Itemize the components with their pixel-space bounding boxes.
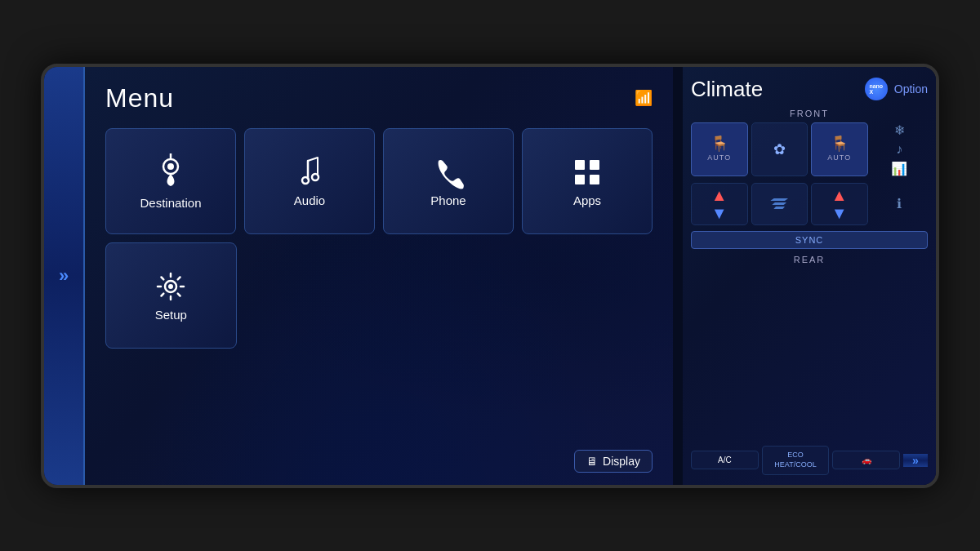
svg-point-10 bbox=[168, 284, 173, 289]
phone-tile[interactable]: Phone bbox=[383, 128, 514, 234]
temp-up-right-btn[interactable]: ▲ bbox=[831, 187, 848, 203]
fan-btn[interactable]: ✿ bbox=[751, 122, 808, 176]
svg-point-1 bbox=[167, 163, 174, 170]
temp-down-left-btn[interactable]: ▼ bbox=[711, 205, 728, 221]
climate-bottom-row: A/C ECO HEAT/COOL 🚗 » bbox=[691, 446, 928, 474]
ac-button[interactable]: A/C bbox=[691, 451, 759, 469]
climate-panel: Climate nanoX Option FRONT 🪑 AUTO ✿ � bbox=[683, 67, 936, 485]
phone-label: Phone bbox=[430, 193, 466, 207]
rear-label: REAR bbox=[691, 255, 928, 264]
menu-header: Menu 📶 bbox=[105, 83, 653, 113]
climate-top-row: 🪑 AUTO ✿ 🪑 AUTO ❄ ♪ 📊 bbox=[691, 122, 928, 176]
svg-line-16 bbox=[178, 294, 180, 296]
svg-rect-6 bbox=[590, 160, 599, 170]
phone-icon bbox=[430, 154, 466, 193]
temp-up-left-btn[interactable]: ▲ bbox=[711, 187, 728, 203]
sync-button[interactable]: SYNC bbox=[691, 231, 928, 249]
svg-rect-7 bbox=[575, 175, 585, 184]
wifi-icon: 📶 bbox=[635, 89, 653, 107]
apps-tile[interactable]: Apps bbox=[522, 128, 653, 234]
svg-line-17 bbox=[178, 278, 180, 280]
car-vent-button[interactable]: 🚗 bbox=[832, 451, 900, 469]
audio-tile[interactable]: Audio bbox=[244, 128, 375, 234]
climate-mid-row: ▲ ▼ ▲ ▼ ℹ bbox=[691, 183, 928, 225]
side-icons: ❄ ♪ 📊 bbox=[871, 122, 929, 176]
svg-rect-5 bbox=[575, 160, 585, 170]
svg-point-4 bbox=[312, 174, 318, 180]
svg-line-15 bbox=[162, 278, 164, 280]
climate-title: Climate bbox=[691, 77, 763, 102]
left-chevron-icon: » bbox=[59, 265, 69, 287]
seat-heat-left-btn[interactable]: 🪑 AUTO bbox=[691, 122, 748, 176]
heat-cool-label: HEAT/COOL bbox=[774, 460, 816, 469]
audio-icon bbox=[292, 154, 327, 193]
fan-speed-btn[interactable] bbox=[751, 183, 808, 225]
side-icons-2: ℹ bbox=[871, 183, 929, 225]
seat-auto-left-label: AUTO bbox=[707, 153, 731, 162]
destination-tile[interactable]: Destination bbox=[105, 128, 236, 234]
panel-divider bbox=[673, 67, 683, 485]
eco-label: ECO bbox=[787, 451, 804, 459]
svg-point-3 bbox=[302, 177, 309, 184]
seat-heat-left-icon: 🪑 bbox=[710, 136, 728, 151]
eco-heat-cool-button[interactable]: ECO HEAT/COOL bbox=[762, 446, 830, 474]
apps-label: Apps bbox=[573, 193, 601, 207]
climate-right-tab[interactable]: » bbox=[903, 454, 928, 467]
menu-panel: Menu 📶 Desti bbox=[85, 67, 673, 485]
seat-heat-right-btn[interactable]: 🪑 AUTO bbox=[811, 122, 868, 176]
header-icons: 📶 bbox=[635, 89, 653, 107]
temp-down-right-btn[interactable]: ▼ bbox=[831, 205, 848, 221]
seat-heat-right-icon: 🪑 bbox=[831, 136, 849, 151]
setup-icon bbox=[153, 269, 189, 308]
menu-grid-top: Destination Audio bbox=[105, 128, 653, 234]
info-icon[interactable]: ℹ bbox=[897, 196, 902, 211]
climate-header: Climate nanoX Option bbox=[691, 77, 928, 102]
seat-auto-right-label: AUTO bbox=[827, 153, 851, 162]
extra-icon-1[interactable]: ❄ bbox=[894, 122, 905, 138]
extra-icon-2[interactable]: ♪ bbox=[896, 142, 902, 157]
svg-rect-8 bbox=[590, 175, 599, 184]
svg-line-18 bbox=[162, 294, 164, 296]
temp-right-control: ▲ ▼ bbox=[811, 183, 868, 225]
temp-left-control: ▲ ▼ bbox=[691, 183, 748, 225]
menu-title: Menu bbox=[105, 83, 174, 113]
left-nav-tab[interactable]: » bbox=[44, 67, 85, 485]
nano-x-badge: nanoX bbox=[865, 78, 888, 100]
car-vent-icon: 🚗 bbox=[862, 455, 871, 464]
audio-label: Audio bbox=[294, 193, 325, 207]
fan-icon: ✿ bbox=[773, 142, 786, 157]
destination-icon bbox=[153, 152, 189, 188]
bottom-row: Setup bbox=[105, 242, 653, 349]
setup-label: Setup bbox=[155, 308, 187, 322]
option-button[interactable]: Option bbox=[894, 82, 928, 96]
climate-header-right: nanoX Option bbox=[865, 78, 928, 100]
front-label: FRONT bbox=[691, 109, 928, 118]
nano-x-label: nanoX bbox=[869, 83, 883, 95]
setup-tile[interactable]: Setup bbox=[105, 242, 237, 349]
destination-label: Destination bbox=[140, 196, 201, 210]
climate-chevron-icon: » bbox=[912, 454, 919, 467]
fan-speed-icon bbox=[770, 198, 788, 209]
extra-icon-3[interactable]: 📊 bbox=[891, 161, 907, 176]
apps-icon bbox=[569, 154, 605, 193]
